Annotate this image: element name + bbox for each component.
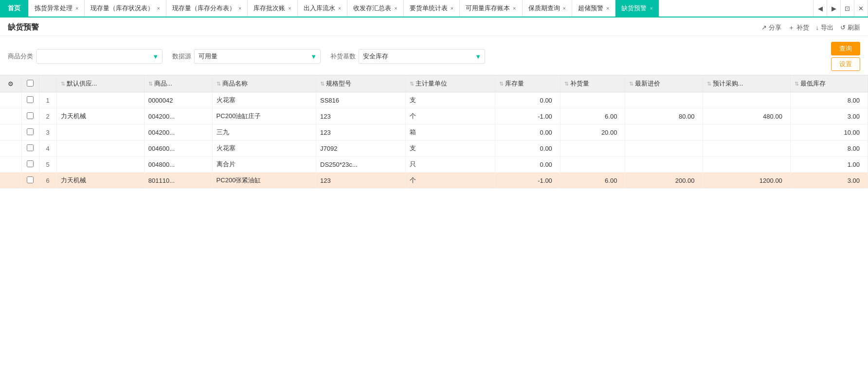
settings-button[interactable]: 设置: [831, 57, 860, 71]
row-checkbox[interactable]: [27, 112, 34, 119]
row-est-purchase: [703, 92, 790, 108]
tab-nav-buttons: ◀ ▶ ⊡ ✕: [813, 0, 868, 17]
col-stock[interactable]: 库存量: [495, 75, 561, 92]
tab-close-icon[interactable]: ×: [606, 5, 609, 11]
row-unit: 支: [405, 141, 495, 157]
col-est-purchase[interactable]: 预计采购...: [703, 75, 790, 92]
tab-batch-account[interactable]: 库存批次账×: [248, 0, 297, 17]
tab-abnormal[interactable]: 拣货异常处理×: [29, 0, 85, 17]
row-replenish: 6.00: [560, 108, 625, 124]
header-actions: ↗分享＋补货↓导出↺刷新: [761, 23, 861, 32]
tab-inout-flow[interactable]: 出入库流水×: [298, 0, 347, 17]
replenish-base-filter-group: 补货基数 安全库存 ▼: [330, 49, 485, 64]
row-min-stock: 3.00: [790, 173, 868, 189]
tab-overstock[interactable]: 超储预警×: [572, 0, 615, 17]
row-product-name: PC200张紧油缸: [212, 173, 316, 189]
table-row: 3 004200... 三九 123 箱 0.00 20.00 10.00: [0, 124, 868, 141]
row-latest-price: [625, 157, 703, 173]
row-checkbox[interactable]: [27, 96, 34, 103]
tab-close-icon[interactable]: ×: [338, 5, 341, 11]
tab-available-ledger[interactable]: 可用量库存账本×: [460, 0, 522, 17]
row-product-code: 004200...: [144, 124, 212, 141]
category-label: 商品分类: [8, 52, 33, 61]
replenish-base-select[interactable]: 安全库存: [359, 49, 485, 64]
row-latest-price: [625, 141, 703, 157]
row-product-code: 0000042: [144, 92, 212, 108]
row-gear: [0, 157, 21, 173]
tab-close-icon[interactable]: ×: [288, 5, 291, 11]
tab-close-icon[interactable]: ×: [451, 5, 453, 11]
table-row: 1 0000042 火花塞 SS816 支 0.00 8.00: [0, 92, 868, 108]
tab-expiry-query[interactable]: 保质期查询×: [523, 0, 572, 17]
row-spec: DS250*23c...: [316, 157, 406, 173]
page-header: 缺货预警 ↗分享＋补货↓导出↺刷新: [0, 18, 868, 36]
tab-close-all-button[interactable]: ✕: [854, 0, 868, 17]
category-select[interactable]: [36, 49, 163, 64]
row-unit: 个: [405, 173, 495, 189]
col-product-code[interactable]: 商品...: [144, 75, 212, 92]
tab-prev-button[interactable]: ◀: [814, 0, 827, 17]
col-gear[interactable]: ⚙: [0, 75, 21, 92]
category-filter-group: 商品分类 ▼: [8, 49, 163, 64]
row-product-name: PC200油缸庄子: [212, 108, 316, 124]
row-est-purchase: 1200.00: [703, 173, 790, 189]
col-spec[interactable]: 规格型号: [316, 75, 406, 92]
tab-stock-status[interactable]: 现存量（库存状况表）×: [85, 0, 166, 17]
tab-close-icon[interactable]: ×: [650, 5, 652, 11]
row-spec: SS816: [316, 92, 406, 108]
row-supplier: [56, 92, 144, 108]
tab-shortage[interactable]: 缺货预警×: [615, 0, 659, 17]
share-button[interactable]: ↗分享: [761, 23, 781, 32]
datasource-value: 可用量: [199, 52, 217, 61]
row-supplier: 力天机械: [56, 108, 144, 124]
tab-close-icon[interactable]: ×: [238, 5, 241, 11]
row-stock: -1.00: [495, 108, 561, 124]
row-number: 1: [39, 92, 56, 108]
replenish-base-label: 补货基数: [330, 52, 356, 61]
tab-demand-stat[interactable]: 要货单统计表×: [404, 0, 460, 17]
table-row: 2 力天机械 004200... PC200油缸庄子 123 个 -1.00 6…: [0, 108, 868, 124]
tab-stock-dist[interactable]: 现存量（库存分布表）×: [166, 0, 248, 17]
row-number: 6: [39, 173, 56, 189]
row-gear: [0, 92, 21, 108]
tab-label: 保质期查询: [528, 4, 560, 13]
data-table: ⚙ 默认供应... 商品... 商品名称 规格型号 主计量单位 库存量 补货量 …: [0, 75, 868, 189]
col-rownum: [39, 75, 56, 92]
row-checkbox[interactable]: [27, 144, 34, 151]
export-button[interactable]: ↓导出: [816, 23, 834, 32]
tab-receive-summary[interactable]: 收发存汇总表×: [347, 0, 403, 17]
col-supplier[interactable]: 默认供应...: [56, 75, 144, 92]
col-min-stock[interactable]: 最低库存: [790, 75, 868, 92]
row-spec: 123: [316, 124, 406, 141]
datasource-select[interactable]: 可用量: [194, 49, 321, 64]
share-label: 分享: [769, 23, 781, 32]
row-checkbox[interactable]: [27, 128, 34, 135]
row-checkbox-cell: [21, 141, 39, 157]
row-number: 2: [39, 108, 56, 124]
row-product-name: 火花塞: [212, 92, 316, 108]
row-replenish: [560, 141, 625, 157]
refresh-button[interactable]: ↺刷新: [840, 23, 860, 32]
col-latest-price[interactable]: 最新进价: [625, 75, 703, 92]
col-unit[interactable]: 主计量单位: [405, 75, 495, 92]
tab-next-button[interactable]: ▶: [827, 0, 841, 17]
tab-label: 超储预警: [578, 4, 603, 13]
query-button[interactable]: 查询: [831, 42, 860, 55]
select-all-checkbox[interactable]: [27, 80, 34, 87]
row-checkbox[interactable]: [27, 176, 34, 183]
row-gear: [0, 108, 21, 124]
tab-restore-button[interactable]: ⊡: [841, 0, 854, 17]
row-product-code: 004800...: [144, 157, 212, 173]
row-est-purchase: [703, 141, 790, 157]
tab-close-icon[interactable]: ×: [513, 5, 516, 11]
tab-close-icon[interactable]: ×: [394, 5, 397, 11]
row-checkbox-cell: [21, 157, 39, 173]
tab-close-icon[interactable]: ×: [157, 5, 160, 11]
col-replenish[interactable]: 补货量: [560, 75, 625, 92]
replenish-button[interactable]: ＋补货: [788, 23, 809, 32]
row-checkbox[interactable]: [27, 160, 34, 167]
tab-close-icon[interactable]: ×: [563, 5, 566, 11]
tab-close-icon[interactable]: ×: [75, 5, 78, 11]
tab-home[interactable]: 首页: [0, 0, 29, 17]
col-product-name[interactable]: 商品名称: [212, 75, 316, 92]
